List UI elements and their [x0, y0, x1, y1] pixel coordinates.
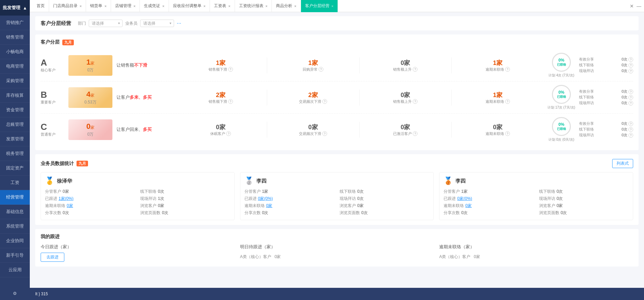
sidebar-item-发票管理[interactable]: 发票管理 [0, 132, 30, 146]
staff-stat-val[interactable]: 0家 [266, 203, 273, 209]
tab-close-应收应付调整单[interactable]: × [203, 4, 206, 8]
staff-stat-val[interactable]: 0家(0%) [258, 196, 273, 202]
tab-门店商品目录[interactable]: 门店商品目录× [49, 0, 86, 12]
info-icon[interactable]: ? [322, 131, 327, 136]
sidebar-item-税务管理[interactable]: 税务管理 [0, 146, 30, 161]
sidebar-toggle-icon[interactable]: ▲ [23, 5, 27, 10]
tier-row-B: B重要客户4家0.53万让客户多来、多买2家销售额下滑 ?2家交易频次下滑 ?0… [41, 82, 633, 114]
sidebar-item-营销推广[interactable]: 营销推广 [0, 16, 30, 30]
sidebar-header[interactable]: 批发管理 ▲ [0, 0, 30, 16]
tier-label-A: A核心客户 [41, 58, 64, 73]
sidebar-item-总账管理[interactable]: 总账管理 [0, 117, 30, 132]
right-info-icon[interactable]: ? [628, 69, 633, 73]
sidebar-item-采购管理[interactable]: 采购管理 [0, 74, 30, 88]
staff-stat-val: 0次 [557, 196, 563, 202]
tab-close-工资表[interactable]: × [228, 4, 230, 8]
tab-close-店铺管理[interactable]: × [133, 4, 135, 8]
tier-suggest-B: 让客户多来、多买 [116, 94, 171, 100]
staff-stat-val[interactable]: 0家(0%) [457, 196, 472, 202]
tab-close-商品分析[interactable]: × [294, 4, 296, 8]
right-info-icon[interactable]: ? [628, 127, 633, 132]
go-follow-button[interactable]: 去跟进 [41, 253, 64, 262]
dept-select[interactable]: 请选择 [89, 20, 123, 27]
right-info-icon[interactable]: ? [628, 133, 633, 138]
info-icon[interactable]: ? [228, 99, 233, 104]
tab-客户分层经营[interactable]: 客户分层经营× [301, 0, 338, 12]
minimize-icon[interactable]: — [637, 3, 641, 9]
right-info-icon[interactable]: ? [628, 95, 633, 100]
sidebar-item-基础信息[interactable]: 基础信息 [0, 205, 30, 219]
tab-工资表[interactable]: 工资表× [210, 0, 235, 12]
staff-stat-val: 0次 [361, 210, 368, 216]
sidebar-item-工资[interactable]: 工资 [0, 176, 30, 190]
stat-block-回购异常: 1家回购异常 ? [267, 57, 360, 73]
info-icon[interactable]: ? [505, 67, 510, 72]
info-icon[interactable]: ? [505, 131, 510, 136]
staff-select[interactable]: 请选择 [140, 20, 174, 27]
right-info-icon[interactable]: ? [628, 101, 633, 106]
staff-stat-val: 0次 [357, 189, 364, 194]
close-window-icon[interactable]: ✕ [630, 3, 634, 9]
right-info-icon[interactable]: ? [628, 89, 633, 94]
info-icon[interactable]: ? [226, 131, 231, 136]
sidebar-title: 批发管理 [3, 5, 20, 11]
sidebar-item-云应用[interactable]: 云应用 [0, 263, 30, 277]
list-view-button[interactable]: 列表式 [612, 159, 633, 168]
tier-count-box-B: 4家0.53万 [68, 87, 112, 108]
tab-close-门店商品目录[interactable]: × [80, 4, 82, 8]
sidebar-item-小畅电商[interactable]: 小畅电商 [0, 45, 30, 59]
tab-首页[interactable]: 首页 [33, 0, 49, 12]
tab-close-销货单[interactable]: × [104, 4, 106, 8]
contact-circle-B: 0% 已联络 [552, 85, 571, 104]
right-info-icon[interactable]: ? [628, 121, 633, 126]
right-stat-现场拜访: 现场拜访0次 ? [579, 100, 633, 106]
tab-商品分析[interactable]: 商品分析× [272, 0, 301, 12]
sidebar-item-库存核算[interactable]: 库存核算 [0, 88, 30, 103]
sidebar-item-经营管理[interactable]: 经营管理 [0, 190, 30, 205]
info-icon[interactable]: ? [322, 99, 327, 104]
tier-count-box-A: 1家0万 [68, 55, 112, 76]
bottom-bar: It } 315 [30, 288, 644, 300]
contact-plan-B: 计划 17次 (7天/次) [548, 105, 575, 110]
sidebar-item-电商管理[interactable]: 电商管理 [0, 59, 30, 74]
sidebar-item-系统管理[interactable]: 系统管理 [0, 219, 30, 234]
staff-stat-val[interactable]: 1家(0%) [59, 196, 73, 202]
tab-工资统计报表[interactable]: 工资统计报表× [235, 0, 272, 12]
sidebar-item-固定资产[interactable]: 固定资产 [0, 161, 30, 176]
tab-close-生成凭证[interactable]: × [162, 4, 164, 8]
staff-stat-val[interactable]: 0家 [67, 203, 73, 209]
staff-stat-val[interactable]: 0家 [465, 203, 472, 209]
info-icon[interactable]: ? [413, 99, 417, 104]
info-icon[interactable]: ? [228, 67, 233, 72]
staff-name-row: 🥈李四 [244, 177, 430, 185]
right-info-icon[interactable]: ? [628, 63, 633, 68]
tab-生成凭证[interactable]: 生成凭证× [140, 0, 169, 12]
info-icon[interactable]: ? [413, 67, 417, 72]
tier-suggest-A: 让销售额不下滑 [116, 62, 171, 68]
sidebar-item-销售管理[interactable]: 销售管理 [0, 30, 30, 45]
customer-tier-title: 客户分层 九月 [41, 39, 633, 45]
tab-close-客户分层经营[interactable]: × [331, 4, 334, 8]
info-icon[interactable]: ? [505, 99, 510, 104]
info-icon[interactable]: ? [413, 131, 417, 136]
more-filter-button[interactable]: ··· [177, 20, 181, 26]
tab-close-工资统计报表[interactable]: × [265, 4, 267, 8]
dept-select-wrapper: 请选择 ▼ [89, 20, 123, 27]
settings-button[interactable]: ⚙ [0, 287, 30, 300]
stat-block-逾期未联络: 1家逾期未联络 ? [452, 90, 544, 106]
info-icon[interactable]: ? [319, 67, 323, 72]
staff-stat-val: 0次 [557, 189, 563, 194]
right-info-icon[interactable]: ? [628, 57, 633, 62]
stat-block-销售额下滑: 1家销售额下滑 ? [175, 57, 267, 73]
sidebar-item-资金管理[interactable]: 资金管理 [0, 103, 30, 117]
contact-plan-A: 计划 4次 (7天/次) [549, 73, 574, 78]
staff-stats-grid: 分管客户0家线下联络0次已跟进1家(0%)现场拜访1次逾期未联络0家浏览客户0家… [45, 189, 230, 216]
staff-stat-row-逾期未联络: 逾期未联络0家 [444, 203, 533, 209]
staff-stat-row-现场拜访: 现场拜访0次 [340, 196, 429, 202]
staff-stat-row-分管客户: 分管客户1家 [444, 189, 533, 194]
sidebar-item-企业协同[interactable]: 企业协同 [0, 234, 30, 248]
tab-销货单[interactable]: 销货单× [86, 0, 111, 12]
tab-应收应付调整单[interactable]: 应收应付调整单× [169, 0, 210, 12]
sidebar-item-新手引导[interactable]: 新手引导 [0, 248, 30, 263]
tab-店铺管理[interactable]: 店铺管理× [111, 0, 140, 12]
